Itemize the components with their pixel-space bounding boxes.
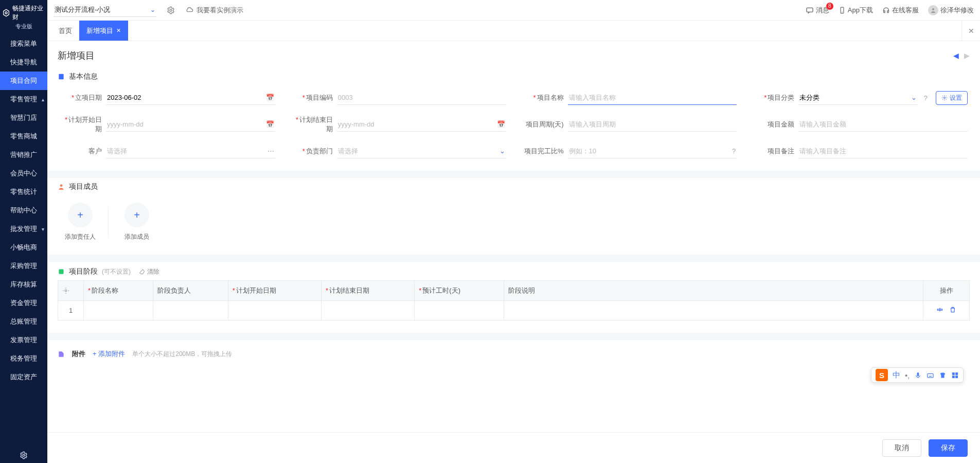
plan-start-input[interactable] bbox=[106, 117, 266, 131]
row-index: 1 bbox=[58, 301, 84, 320]
save-button[interactable]: 保存 bbox=[929, 439, 968, 457]
gear-col[interactable] bbox=[58, 281, 84, 301]
stage-header-row: *阶段名称 阶段负责人 *计划开始日期 *计划结束日期 *预计工时(天) 阶段说… bbox=[58, 281, 970, 301]
sidebar-item-17[interactable]: 税务管理 bbox=[0, 349, 47, 368]
close-icon[interactable]: ✕ bbox=[116, 27, 121, 34]
svg-rect-21 bbox=[955, 372, 958, 375]
calendar-icon[interactable]: 📅 bbox=[497, 120, 505, 128]
svg-rect-20 bbox=[952, 372, 955, 375]
add-leader-button[interactable]: + bbox=[68, 203, 93, 227]
sidebar-item-13[interactable]: 库存核算 bbox=[0, 275, 47, 294]
category-input[interactable] bbox=[798, 91, 911, 104]
calendar-icon[interactable]: 📅 bbox=[266, 120, 274, 128]
process-select[interactable]: 测试分开流程-小况 ⌄ bbox=[54, 3, 156, 17]
cell-op[interactable] bbox=[923, 301, 970, 320]
chevron-down-icon[interactable]: ⌄ bbox=[500, 147, 505, 155]
msg-badge: 8 bbox=[826, 3, 833, 10]
ime-punct-icon[interactable]: •, bbox=[905, 371, 910, 380]
cell-owner[interactable] bbox=[153, 301, 228, 320]
svg-point-6 bbox=[932, 8, 934, 10]
cell-name[interactable] bbox=[84, 301, 153, 320]
add-member-label: 添加成员 bbox=[124, 233, 149, 241]
amount-input[interactable] bbox=[798, 117, 968, 132]
sidebar-item-10[interactable]: 批发管理▾ bbox=[0, 220, 47, 238]
sidebar-item-1[interactable]: 快捷导航 bbox=[0, 53, 47, 72]
ime-bar[interactable]: S 中 •, bbox=[871, 367, 964, 383]
app-root: 畅捷通好业财 专业版 搜索菜单快捷导航项目合同零售管理▴智慧门店零售商城营销推广… bbox=[0, 0, 980, 463]
add-member: + 添加成员 bbox=[116, 203, 157, 241]
sidebar-item-6[interactable]: 营销推广 bbox=[0, 146, 47, 164]
cell-start[interactable] bbox=[228, 301, 321, 320]
tab-1[interactable]: 新增项目✕ bbox=[79, 21, 128, 41]
svg-rect-23 bbox=[955, 376, 958, 378]
topbar: 测试分开流程-小况 ⌄ 我要看实例演示 消息 8 App下载 bbox=[47, 0, 980, 21]
sidebar-item-18[interactable]: 固定资产 bbox=[0, 368, 47, 386]
category-settings-button[interactable]: 设置 bbox=[936, 91, 968, 105]
process-name: 测试分开流程-小况 bbox=[55, 5, 110, 14]
stage-table-wrap: *阶段名称 阶段负责人 *计划开始日期 *计划结束日期 *预计工时(天) 阶段说… bbox=[47, 280, 980, 333]
demo-link[interactable]: 我要看实例演示 bbox=[185, 6, 243, 15]
prev-icon[interactable]: ◀ bbox=[953, 51, 959, 60]
ime-cn[interactable]: 中 bbox=[893, 370, 900, 380]
plan-end-input[interactable] bbox=[337, 117, 497, 131]
sidebar-item-9[interactable]: 帮助中心 bbox=[0, 201, 47, 220]
period-input[interactable] bbox=[568, 117, 737, 132]
chevron-down-icon[interactable]: ⌄ bbox=[911, 94, 917, 101]
tab-0[interactable]: 首页 bbox=[51, 21, 79, 41]
sidebar-item-14[interactable]: 资金管理 bbox=[0, 294, 47, 312]
phone-icon bbox=[839, 7, 846, 14]
toolbox-icon[interactable] bbox=[951, 371, 959, 379]
customer-input[interactable] bbox=[106, 144, 268, 158]
next-icon[interactable]: ▶ bbox=[964, 51, 970, 60]
delete-row-icon bbox=[949, 306, 956, 313]
svg-point-8 bbox=[944, 97, 946, 99]
sidebar-item-8[interactable]: 零售统计 bbox=[0, 183, 47, 201]
calendar-icon[interactable]: 📅 bbox=[266, 94, 274, 101]
code-input[interactable] bbox=[337, 91, 506, 105]
sidebar-item-0[interactable]: 搜索菜单 bbox=[0, 34, 47, 53]
cell-desc[interactable] bbox=[504, 301, 923, 320]
add-attachment[interactable]: + 添加附件 bbox=[93, 349, 125, 359]
add-member-button[interactable]: + bbox=[124, 203, 149, 227]
stages-sub: (可不设置) bbox=[102, 268, 131, 276]
sidebar-item-3[interactable]: 零售管理▴ bbox=[0, 90, 47, 109]
stages-clear[interactable]: 清除 bbox=[139, 268, 159, 276]
name-input[interactable] bbox=[568, 91, 737, 105]
dept-input[interactable] bbox=[337, 144, 500, 158]
help-icon[interactable]: ? bbox=[732, 147, 736, 155]
messages[interactable]: 消息 8 bbox=[806, 6, 829, 15]
sidebar-items: 搜索菜单快捷导航项目合同零售管理▴智慧门店零售商城营销推广会员中心零售统计帮助中… bbox=[0, 34, 47, 448]
sidebar-item-4[interactable]: 智慧门店 bbox=[0, 109, 47, 127]
mic-icon[interactable] bbox=[914, 371, 922, 379]
sidebar-item-16[interactable]: 发票管理 bbox=[0, 331, 47, 349]
sidebar-item-2[interactable]: 项目合同 bbox=[0, 72, 47, 90]
field-plan-end: *计划结束日期 📅 bbox=[291, 115, 506, 134]
sidebar: 畅捷通好业财 专业版 搜索菜单快捷导航项目合同零售管理▴智慧门店零售商城营销推广… bbox=[0, 0, 47, 463]
more-icon[interactable]: ⋯ bbox=[268, 147, 274, 155]
cell-end[interactable] bbox=[322, 301, 415, 320]
sidebar-settings[interactable] bbox=[0, 448, 47, 463]
stage-table: *阶段名称 阶段负责人 *计划开始日期 *计划结束日期 *预计工时(天) 阶段说… bbox=[58, 280, 970, 320]
setup-date-input[interactable] bbox=[106, 91, 266, 104]
close-panel-icon[interactable]: ✕ bbox=[961, 21, 980, 41]
stage-row[interactable]: 1 bbox=[58, 301, 970, 320]
remark-input[interactable] bbox=[798, 144, 968, 158]
keyboard-icon[interactable] bbox=[926, 371, 934, 379]
user-menu[interactable]: 徐泽华修改 bbox=[928, 5, 974, 15]
sidebar-item-15[interactable]: 总账管理 bbox=[0, 312, 47, 331]
cell-hours[interactable] bbox=[415, 301, 504, 320]
headset-icon bbox=[882, 6, 890, 14]
field-setup-date: *立项日期 📅 bbox=[60, 91, 275, 105]
skin-icon[interactable] bbox=[939, 371, 947, 379]
attach-hint: 单个大小不超过200MB，可拖拽上传 bbox=[132, 350, 232, 359]
help-icon[interactable]: ? bbox=[924, 94, 928, 102]
sidebar-item-7[interactable]: 会员中心 bbox=[0, 164, 47, 183]
online-service[interactable]: 在线客服 bbox=[882, 6, 919, 15]
sidebar-item-5[interactable]: 零售商城 bbox=[0, 127, 47, 146]
app-download[interactable]: App下载 bbox=[839, 6, 873, 15]
complete-pct-input[interactable] bbox=[568, 144, 730, 158]
sidebar-item-12[interactable]: 采购管理 bbox=[0, 257, 47, 275]
sidebar-item-11[interactable]: 小畅电商 bbox=[0, 238, 47, 257]
settings-icon[interactable] bbox=[167, 6, 175, 14]
cancel-button[interactable]: 取消 bbox=[882, 439, 921, 457]
